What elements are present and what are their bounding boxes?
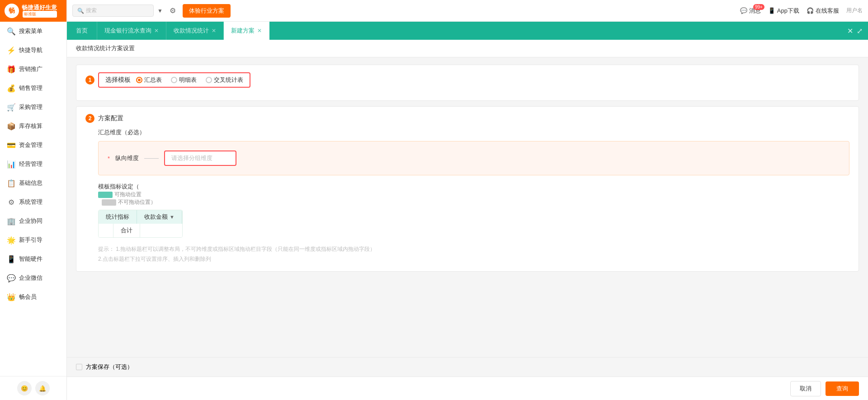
template-box: 选择模板 汇总表 明细表 <box>98 72 250 88</box>
stats-col-header-cell[interactable]: 收款金额 ▼ <box>137 210 182 224</box>
user-name: 用户名 <box>846 7 863 14</box>
sidebar-item-member[interactable]: 👑 畅会员 <box>0 287 66 306</box>
hint-draggable-label: 可拖动位置 <box>114 191 142 198</box>
sidebar-item-operation[interactable]: 📊 经营管理 <box>0 155 66 174</box>
step2-section: 2 方案配置 汇总维度（必选） * 纵向维度 —— 请选择分组维度 <box>76 106 859 272</box>
enterprise-icon: 🏢 <box>7 217 15 225</box>
app-download-btn[interactable]: 📱 App下载 <box>768 7 799 15</box>
stats-col-header: 收款金额 <box>144 213 168 221</box>
step2-header: 2 方案配置 <box>85 114 849 123</box>
breadcrumb: 收款情况统计方案设置 <box>76 45 135 52</box>
main: 🔍 搜索 ▼ ⚙ 体验行业方案 💬 消息 99+ 📱 App下载 🎧 在线客服 … <box>67 0 868 400</box>
tab-collection-stats[interactable]: 收款情况统计 ✕ <box>166 22 224 40</box>
search-menu-icon: 🔍 <box>7 27 15 35</box>
tab-home[interactable]: 首页 <box>67 22 97 40</box>
tip-1: 提示： 1.拖动标题栏可以调整布局，不可跨维度或指标区域拖动栏目字段（只能在同一… <box>98 245 849 254</box>
trial-btn[interactable]: 体验行业方案 <box>183 4 231 18</box>
sidebar-item-finance[interactable]: 💳 资金管理 <box>0 136 66 155</box>
quick-nav-icon: ⚡ <box>7 46 15 54</box>
sidebar-item-label: 资金管理 <box>19 141 42 149</box>
radio-detail-label: 明细表 <box>179 76 197 84</box>
inventory-icon: 📦 <box>7 122 15 130</box>
sidebar-item-guide[interactable]: 🌟 新手引导 <box>0 231 66 249</box>
member-icon: 👑 <box>7 293 15 301</box>
page-header: 收款情况统计方案设置 <box>67 40 868 57</box>
sidebar-item-quick-nav[interactable]: ⚡ 快捷导航 <box>0 41 66 60</box>
sidebar-item-enterprise[interactable]: 🏢 企业协同 <box>0 212 66 231</box>
sidebar-bottom: 😊 🔔 <box>0 376 66 400</box>
service-btn[interactable]: 🎧 在线客服 <box>807 7 839 15</box>
step1-header: 1 选择模板 汇总表 明细表 <box>85 72 849 88</box>
radio-cross[interactable]: 交叉统计表 <box>206 76 243 84</box>
smart-hw-icon: 📱 <box>7 255 15 263</box>
dimension-select[interactable]: 请选择分组维度 <box>164 151 236 166</box>
stats-data-empty <box>99 224 113 237</box>
radio-detail[interactable]: 明细表 <box>171 76 197 84</box>
topbar-dropdown[interactable]: ▼ <box>157 8 163 14</box>
save-option: 方案保存（可选） <box>67 357 868 376</box>
tab-collection-stats-close[interactable]: ✕ <box>212 28 216 34</box>
sidebar-item-sales[interactable]: 💰 销售管理 <box>0 79 66 98</box>
tab-new-plan-close[interactable]: ✕ <box>257 28 262 34</box>
tab-expand-btn[interactable]: ⤢ <box>857 27 863 35</box>
message-icon: 💬 <box>740 7 747 14</box>
tab-bank-flow[interactable]: 现金银行流水查询 ✕ <box>97 22 166 40</box>
query-button[interactable]: 查询 <box>826 381 859 396</box>
sidebar-item-label: 基础信息 <box>19 179 42 187</box>
topbar-right: 💬 消息 99+ 📱 App下载 🎧 在线客服 用户名 <box>740 7 863 15</box>
save-checkbox[interactable] <box>76 364 82 370</box>
search-box[interactable]: 🔍 搜索 <box>72 5 154 17</box>
dropdown-arrow-icon: ▼ <box>157 8 163 14</box>
tab-new-plan[interactable]: 新建方案 ✕ <box>224 22 269 40</box>
user-info[interactable]: 用户名 <box>846 7 863 14</box>
sidebar-bottom-icon2[interactable]: 🔔 <box>35 381 50 395</box>
step2-title: 方案配置 <box>98 114 123 122</box>
save-option-label: 方案保存（可选） <box>86 363 133 371</box>
app-label: App下载 <box>777 7 799 15</box>
purchase-icon: 🛒 <box>7 103 15 111</box>
radio-dot-cross <box>206 77 212 83</box>
stats-header-row: 统计指标 收款金额 ▼ <box>99 210 182 224</box>
sidebar-item-wechat[interactable]: 💬 企业微信 <box>0 268 66 287</box>
stats-col-sub: 合计 <box>121 227 132 234</box>
system-icon: ⚙ <box>7 198 15 206</box>
tab-new-plan-label: 新建方案 <box>231 27 255 35</box>
dimension-row: * 纵向维度 —— 请选择分组维度 <box>108 151 840 166</box>
step1-badge: 1 <box>85 75 94 85</box>
gear-button[interactable]: ⚙ <box>166 5 179 17</box>
sidebar-item-basic-info[interactable]: 📋 基础信息 <box>0 174 66 193</box>
tab-close-all-btn[interactable]: ✕ <box>847 27 853 35</box>
sidebar-item-label: 库存核算 <box>19 122 42 130</box>
logo-badge: 标准版 <box>23 11 57 18</box>
radio-summary[interactable]: 汇总表 <box>136 76 162 84</box>
section-summary-label: 汇总维度（必选） <box>98 128 849 136</box>
radio-group: 汇总表 明细表 交叉统计表 <box>136 76 243 84</box>
bottom-bar: 取消 查询 <box>67 376 868 400</box>
service-icon: 🎧 <box>807 7 814 14</box>
sidebar-item-search-menu[interactable]: 🔍 搜索菜单 <box>0 22 66 41</box>
sidebar-item-marketing[interactable]: 🎁 营销推广 <box>0 60 66 79</box>
tab-collection-stats-label: 收款情况统计 <box>174 27 209 35</box>
sidebar-item-inventory[interactable]: 📦 库存核算 <box>0 117 66 136</box>
logo-icon: 畅 <box>5 4 19 18</box>
app-icon: 📱 <box>768 7 775 14</box>
sidebar-item-system[interactable]: ⚙ 系统管理 <box>0 193 66 212</box>
guide-icon: 🌟 <box>7 236 15 244</box>
tab-home-label: 首页 <box>76 27 88 35</box>
message-btn[interactable]: 💬 消息 99+ <box>740 7 761 15</box>
sidebar-item-purchase[interactable]: 🛒 采购管理 <box>0 98 66 117</box>
content: 收款情况统计方案设置 1 选择模板 汇总表 <box>67 40 868 400</box>
hint-fixed: 不可拖动位置） <box>102 198 849 206</box>
sidebar-item-smart-hw[interactable]: 📱 智能硬件 <box>0 249 66 268</box>
cancel-button[interactable]: 取消 <box>790 381 821 396</box>
metrics-header: 模板指标设定（ 可拖动位置 不可拖动位置） <box>98 183 849 206</box>
form-area: 1 选择模板 汇总表 明细表 <box>67 57 868 357</box>
sales-icon: 💰 <box>7 84 15 92</box>
step1-section: 1 选择模板 汇总表 明细表 <box>76 65 859 101</box>
dropdown-arrow-icon: ▼ <box>170 214 175 220</box>
tab-bank-flow-close[interactable]: ✕ <box>154 28 159 34</box>
hint-box-draggable <box>98 192 113 198</box>
sidebar-bottom-icon1[interactable]: 😊 <box>17 381 32 395</box>
operation-icon: 📊 <box>7 160 15 168</box>
finance-icon: 💳 <box>7 141 15 149</box>
